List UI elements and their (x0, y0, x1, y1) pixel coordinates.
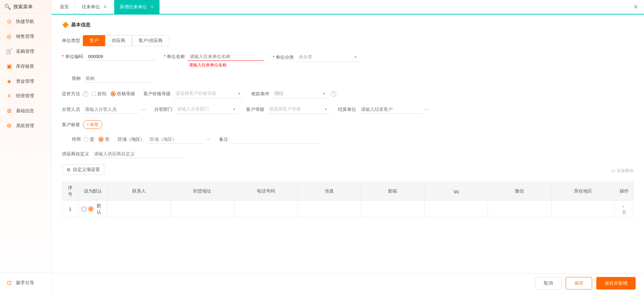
disable-no-radio[interactable]: 否 (99, 136, 109, 143)
tab-new-partner-close[interactable]: ✕ (150, 5, 154, 9)
add-tag-button[interactable]: + 标签 (83, 120, 102, 129)
customer-level-select[interactable]: 请选择客户等级 ▼ (267, 105, 330, 114)
sidebar-item-quick-nav[interactable]: ⊙ 快捷导航 (0, 14, 51, 29)
customer-price-select[interactable]: 请选择客户价格等级 ▼ (173, 89, 243, 98)
sidebar-item-finance[interactable]: ◈ 资金管理 (0, 74, 51, 89)
sidebar-item-purchase[interactable]: 🛒 采购管理 (0, 44, 51, 59)
col-fax: 传真 (298, 182, 361, 201)
custom-settings-label: 自定义项设置 (73, 166, 100, 173)
disable-no-dot (99, 137, 103, 142)
pricing-help-icon[interactable]: ? (83, 91, 88, 97)
sidebar-item-label: 新手引导 (16, 280, 34, 286)
settlement-input[interactable] (359, 105, 422, 114)
settlement-dots-btn[interactable]: ··· (424, 106, 429, 113)
tab-home[interactable]: 首页 (54, 0, 75, 14)
tab-partners-close[interactable]: ✕ (103, 5, 107, 9)
unit-name-input[interactable] (188, 52, 264, 61)
phone-input[interactable] (238, 206, 294, 212)
remark-field: 备注 (219, 135, 321, 144)
search-icon: 🔍 (4, 3, 11, 10)
cell-email[interactable] (361, 201, 424, 218)
remark-input[interactable] (231, 135, 321, 144)
tab-bar: 首页 往来单位 ✕ 新增往来单位 ✕ ✕ (52, 0, 644, 15)
manager-dots-btn[interactable]: ··· (141, 106, 146, 113)
col-seq: 序号 (62, 182, 78, 201)
payment-terms-select[interactable]: 现结 ▼ (272, 89, 328, 98)
default-radio-label[interactable]: 默认 (88, 203, 103, 215)
cell-region[interactable] (551, 201, 614, 218)
col-wechat: 微信 (488, 182, 551, 201)
sidebar-item-guide[interactable]: ⊡ 新手引导 (0, 275, 51, 290)
batch-delete-button[interactable]: 🗂 批量删除 (611, 168, 634, 174)
section-icon: 🔶 (62, 22, 69, 28)
unit-category-label: * 单位分类 (273, 54, 294, 60)
tab-partners[interactable]: 往来单位 ✕ (76, 0, 113, 14)
supplier-custom-row: 供应商自定义 (62, 150, 634, 158)
tab-new-partner[interactable]: 新增往来单位 ✕ (114, 0, 160, 14)
manager-row: 分管人员 ··· 分管部门 请输入分管部门 ▼ 客户等级 请选择客户等级 ▼ 结… (62, 105, 634, 114)
sidebar-item-label: 库存核算 (16, 63, 34, 70)
discount-radio[interactable]: 折扣 (91, 91, 107, 97)
type-btn-customer[interactable]: 客户 (83, 35, 105, 46)
address-input[interactable] (174, 206, 230, 212)
region-table-input[interactable] (555, 206, 611, 212)
price-level-radio[interactable]: 价格等级 (111, 91, 135, 97)
search-menu-item[interactable]: 🔍 搜索菜单 (0, 0, 51, 14)
pricing-label: 定价方法 (62, 91, 80, 97)
fax-input[interactable] (301, 206, 357, 212)
sidebar-item-sales[interactable]: ◎ 销售管理 (0, 29, 51, 44)
main-area: 首页 往来单位 ✕ 新增往来单位 ✕ ✕ 🔶 基本信息 单位类型 客户 供应商 … (52, 0, 644, 293)
disable-yes-dot (84, 137, 88, 142)
cell-qq[interactable] (424, 201, 488, 218)
cell-phone[interactable] (234, 201, 298, 218)
contact-input[interactable] (111, 206, 167, 212)
short-name-input[interactable] (84, 74, 153, 83)
cancel-button[interactable]: 取消 (535, 277, 561, 290)
manager-input[interactable] (83, 105, 139, 114)
cell-action: ＋ 🗑 (615, 201, 634, 218)
row-checkbox[interactable] (82, 207, 86, 211)
sidebar-item-operation[interactable]: ≡ 经营管理 (0, 89, 51, 103)
unit-category-value: 未分类 (299, 54, 312, 60)
col-qq: qq (424, 182, 488, 201)
cell-wechat[interactable] (488, 201, 551, 218)
add-row-btn[interactable]: ＋ (621, 204, 626, 209)
disable-yes-radio[interactable]: 是 (84, 136, 94, 143)
payment-help-icon[interactable]: ? (331, 91, 336, 97)
cell-fax[interactable] (298, 201, 361, 218)
customer-tag-label: 客户标签 (62, 122, 80, 128)
qq-input[interactable] (428, 206, 484, 212)
operation-icon: ≡ (6, 93, 13, 99)
custom-settings-button[interactable]: ⚙ 自定义项设置 (62, 164, 104, 175)
sidebar-item-system[interactable]: ⚙ 系统管理 (0, 118, 51, 133)
supplier-custom-label: 供应商自定义 (62, 151, 89, 157)
payment-terms-field: 收款条件 现结 ▼ ? (251, 89, 336, 98)
col-address: 到货地址 (171, 182, 234, 201)
close-all-button[interactable]: ✕ (630, 3, 641, 11)
type-btn-supplier[interactable]: 供应商 (105, 35, 132, 46)
region-label: 区域（地区） (118, 136, 145, 143)
cell-address[interactable] (171, 201, 234, 218)
save-button[interactable]: 保存 (566, 277, 592, 290)
sidebar-item-inventory[interactable]: ▣ 库存核算 (0, 59, 51, 74)
region-input[interactable] (148, 135, 203, 144)
delete-row-btn[interactable]: 🗑 (622, 210, 626, 215)
cell-contact[interactable] (107, 201, 171, 218)
quick-nav-icon: ⊙ (6, 18, 13, 25)
customer-level-placeholder: 请选择客户等级 (269, 106, 301, 112)
unit-category-select[interactable]: 未分类 ▼ (297, 52, 359, 62)
customer-price-field: 客户价格等级 请选择客户价格等级 ▼ (143, 89, 243, 98)
customer-price-placeholder: 请选择客户价格等级 (175, 90, 216, 97)
supplier-custom-input[interactable] (92, 150, 182, 158)
chevron-down-icon5: ▼ (324, 107, 328, 111)
code-name-category-row: * 单位编码 * 单位名称 请输入往来单位名称 * 单位分类 (62, 52, 634, 68)
unit-code-input[interactable] (86, 52, 156, 61)
email-input[interactable] (364, 206, 421, 212)
department-select[interactable]: 请输入分管部门 ▼ (175, 105, 238, 114)
region-dots-btn[interactable]: ··· (206, 136, 211, 143)
type-btn-both[interactable]: 客户/供应商 (132, 35, 169, 46)
save-new-button[interactable]: 保存并新增 (596, 277, 636, 290)
sidebar-item-basic[interactable]: ⊞ 基础信息 (0, 103, 51, 118)
cell-seq: 1 (62, 201, 78, 218)
wechat-input[interactable] (492, 206, 548, 212)
